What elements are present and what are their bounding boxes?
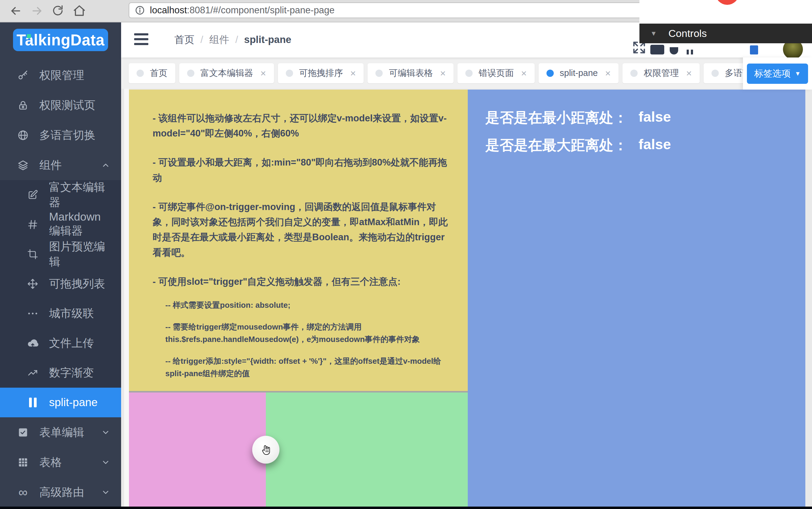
controls-panel-header[interactable]: ▼ Controls	[640, 24, 812, 43]
tab-error-page[interactable]: 错误页面 ×	[457, 63, 535, 83]
tab-editable-table[interactable]: 可编辑表格 ×	[367, 63, 454, 83]
tab-permission-management[interactable]: 权限管理 ×	[622, 63, 700, 83]
doc-pane: - 该组件可以拖动修改左右尺寸，还可以绑定v-model来设置，如设置v-mod…	[129, 90, 468, 391]
sidebar-item-label: 文件上传	[49, 336, 94, 351]
doc-subblock: -- 样式需要设置position: absolute;	[165, 299, 447, 312]
sidebar-item-advanced-router[interactable]: ∞ 高级路由	[0, 477, 121, 507]
sidebar-item-label: 高级路由	[39, 485, 84, 500]
hash-icon	[27, 218, 39, 231]
sidebar-item-draggable-list[interactable]: 可拖拽列表	[0, 269, 121, 299]
table-icon	[17, 456, 29, 469]
doc-subblock: -- 需要给trigger绑定mousedown事件，绑定的方法调用this.$…	[165, 321, 447, 346]
sidebar-item-permission-management[interactable]: 权限管理	[0, 60, 121, 90]
breadcrumb-separator: /	[200, 34, 203, 45]
status-value: false	[639, 108, 671, 127]
tab-options-label: 标签选项	[754, 67, 790, 80]
sidebar-item-split-pane[interactable]: split-pane	[0, 388, 121, 417]
sidebar-item-table[interactable]: 表格	[0, 447, 121, 477]
tab-dot-icon	[712, 70, 719, 77]
tab-home[interactable]: 首页	[129, 63, 175, 83]
back-icon[interactable]	[9, 4, 23, 18]
content-edge	[124, 89, 129, 509]
sidebar-item-city-cascader[interactable]: 城市级联	[0, 299, 121, 328]
url-text: localhost:8081/#/component/split-pane-pa…	[150, 5, 334, 16]
sidebar-item-label: 组件	[39, 158, 62, 173]
tab-label: 首页	[150, 67, 167, 79]
tab-close-icon[interactable]: ×	[440, 69, 446, 78]
header-icon-fragment[interactable]	[670, 47, 678, 55]
hamburger-menu-icon[interactable]	[134, 33, 148, 45]
tab-dot-icon	[376, 70, 383, 77]
breadcrumb-separator: /	[235, 34, 238, 45]
chevron-up-icon	[101, 161, 110, 170]
checkbox-icon	[17, 427, 29, 439]
sidebar-item-label: 表格	[39, 455, 62, 470]
home-icon[interactable]	[73, 4, 86, 18]
status-row-min: 是否是在最小距离处： false	[485, 108, 805, 127]
split-pane-demo: - 该组件可以拖动修改左右尺寸，还可以绑定v-model来设置，如设置v-mod…	[129, 90, 805, 507]
doc-block: - 该组件可以拖动修改左右尺寸，还可以绑定v-model来设置，如设置v-mod…	[153, 111, 450, 141]
status-readout: 是否是在最小距离处： false 是否是在最大距离处： false	[468, 90, 805, 155]
sidebar-item-number-transition[interactable]: 数字渐变	[0, 358, 121, 388]
split-drag-handle[interactable]	[252, 436, 280, 464]
tab-close-icon[interactable]: ×	[260, 69, 266, 78]
sidebar-item-label: 多语言切换	[39, 128, 95, 143]
tab-draggable-sort[interactable]: 可拖拽排序 ×	[278, 63, 364, 83]
pause-icon	[27, 397, 39, 409]
nested-split-pane	[129, 393, 468, 507]
move-icon	[27, 278, 39, 290]
sidebar-item-components[interactable]: 组件	[0, 150, 121, 180]
tab-label: 富文本编辑器	[200, 67, 253, 79]
tab-label: 权限管理	[644, 67, 679, 79]
sidebar-item-label: 城市级联	[49, 306, 94, 321]
sidebar-menu: 权限管理 权限测试页 多语言切换 组件	[0, 60, 121, 507]
status-row-max: 是否是在最大距离处： false	[485, 136, 805, 155]
caret-down-icon: ▼	[650, 30, 657, 37]
tab-close-icon[interactable]: ×	[686, 69, 692, 78]
tab-split-pane[interactable]: split-pane ×	[539, 63, 619, 83]
globe-icon	[17, 129, 29, 141]
sidebar-item-label: 图片预览编辑	[49, 239, 110, 269]
reload-icon[interactable]	[52, 4, 65, 18]
sidebar-item-rich-text-editor[interactable]: 富文本编辑器	[0, 180, 121, 210]
sidebar-item-label: 富文本编辑器	[49, 180, 110, 210]
layers-icon	[17, 159, 29, 171]
sidebar: TalkingData 权限管理 权限测试页 多语言切换	[0, 22, 121, 509]
breadcrumb: 首页 / 组件 / split-pane	[174, 22, 291, 58]
sidebar-item-file-upload[interactable]: 文件上传	[0, 328, 121, 358]
header-icon-fragment[interactable]	[650, 45, 664, 55]
breadcrumb-section[interactable]: 组件	[209, 33, 229, 46]
url-host: localhost	[150, 5, 187, 15]
doc-block: - 可绑定事件@on-trigger-moving，回调函数的返回值是鼠标事件对…	[153, 199, 450, 260]
tab-close-icon[interactable]: ×	[521, 69, 527, 78]
logo-text: TalkingData	[17, 31, 105, 49]
breadcrumb-home[interactable]: 首页	[174, 33, 194, 46]
tab-close-icon[interactable]: ×	[605, 69, 611, 78]
sidebar-item-permission-test[interactable]: 权限测试页	[0, 90, 121, 120]
logo-dot-icon	[27, 34, 31, 38]
chevron-down-icon	[101, 428, 110, 437]
bottom-edge-strip	[0, 507, 812, 509]
tab-rich-text-editor[interactable]: 富文本编辑器 ×	[179, 63, 274, 83]
tab-dot-icon	[136, 70, 144, 77]
site-info-icon[interactable]	[135, 5, 145, 15]
tab-dot-icon	[187, 70, 194, 77]
sidebar-item-language-switch[interactable]: 多语言切换	[0, 120, 121, 150]
forward-icon[interactable]	[30, 4, 43, 18]
header-icon-fragment-blue[interactable]	[750, 45, 758, 55]
status-pane: 是否是在最小距离处： false 是否是在最大距离处： false	[468, 90, 805, 507]
sidebar-item-label: 表单编辑	[39, 425, 84, 440]
tab-dot-icon	[286, 70, 293, 77]
edit-icon	[27, 189, 39, 201]
tab-options-button[interactable]: 标签选项 ▼	[747, 64, 808, 84]
sidebar-item-label: 数字渐变	[49, 365, 94, 380]
sidebar-item-label: 权限管理	[39, 68, 84, 83]
cloud-upload-icon	[27, 337, 39, 349]
ellipsis-icon	[27, 307, 39, 319]
sidebar-item-form-edit[interactable]: 表单编辑	[0, 417, 121, 447]
sidebar-item-label: Markdown编辑器	[49, 211, 110, 238]
sidebar-item-image-preview-edit[interactable]: 图片预览编辑	[0, 239, 121, 269]
tab-close-icon[interactable]: ×	[350, 69, 356, 78]
sidebar-item-markdown-editor[interactable]: Markdown编辑器	[0, 210, 121, 239]
split-left-region: - 该组件可以拖动修改左右尺寸，还可以绑定v-model来设置，如设置v-mod…	[129, 90, 468, 507]
